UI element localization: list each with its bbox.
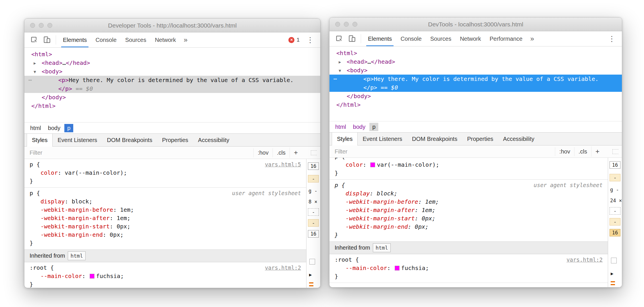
inherited-element-chip[interactable]: html [373, 243, 390, 252]
tab-network[interactable]: Network [456, 31, 485, 46]
tab-event-listeners[interactable]: Event Listeners [53, 134, 102, 146]
css-selector[interactable]: p { [335, 158, 345, 160]
expanded-arrow-icon[interactable]: ▼ [339, 66, 341, 75]
tab-performance[interactable]: Performance [485, 31, 527, 46]
breadcrumb-item-p[interactable]: p [64, 124, 73, 132]
dom-tree-row[interactable]: </html> [24, 102, 320, 110]
stylesheet-source-link[interactable]: vars.html:5 [265, 160, 301, 169]
tab-styles[interactable]: Styles [332, 133, 358, 145]
rule-toggle-checkbox[interactable] [309, 259, 315, 265]
dom-tree-row[interactable]: ▼<body> [24, 67, 320, 76]
css-property[interactable]: -webkit-margin-end: 0px; [30, 231, 301, 239]
tab-elements[interactable]: Elements [59, 32, 91, 47]
color-swatch[interactable] [90, 274, 95, 279]
dom-tree-row[interactable]: </body> [329, 92, 622, 100]
css-property[interactable]: -webkit-margin-before: 1em; [335, 198, 603, 206]
device-toolbar-icon[interactable] [346, 31, 358, 46]
breadcrumb-item-p[interactable]: p [369, 123, 378, 131]
dom-tree-row[interactable]: ▼<body> [329, 66, 622, 75]
titlebar[interactable]: Developer Tools - http://localhost:3000/… [24, 19, 320, 32]
tab-network[interactable]: Network [151, 32, 180, 47]
dom-tree-row[interactable]: ⋯<p>Hey there. My color is determined by… [329, 75, 622, 92]
zoom-button[interactable] [352, 22, 357, 27]
class-toggle[interactable]: .cls [273, 148, 290, 157]
styles-filter-input[interactable]: Filter [335, 148, 347, 155]
tab-sources[interactable]: Sources [426, 31, 456, 46]
css-property[interactable]: --main-color: fuchsia; [30, 272, 301, 280]
close-button[interactable] [30, 23, 35, 28]
inspect-element-icon[interactable] [333, 31, 346, 46]
tab-properties[interactable]: Properties [157, 134, 193, 146]
css-selector[interactable]: :root { [335, 256, 359, 263]
css-property[interactable]: color: var(--main-color); [335, 161, 603, 169]
tab-dom-breakpoints[interactable]: DOM Breakpoints [407, 133, 462, 145]
tab-event-listeners[interactable]: Event Listeners [358, 133, 407, 145]
tab-console[interactable]: Console [396, 31, 426, 46]
dom-tree-row[interactable]: </html> [329, 100, 622, 109]
more-tabs-button[interactable]: » [180, 32, 191, 47]
dom-tree-row[interactable]: <html> [329, 49, 622, 57]
css-property[interactable]: -webkit-margin-end: 0px; [335, 223, 603, 231]
zoom-button[interactable] [47, 23, 52, 28]
minimize-button[interactable] [39, 23, 44, 28]
new-style-rule-button[interactable]: + [591, 146, 603, 157]
tab-dom-breakpoints[interactable]: DOM Breakpoints [102, 134, 157, 146]
device-toolbar-icon[interactable] [41, 32, 53, 47]
dom-tree-row[interactable]: ▶<head>…</head> [24, 59, 320, 67]
tab-console[interactable]: Console [91, 32, 121, 47]
tab-sources[interactable]: Sources [121, 32, 151, 47]
kebab-menu-icon[interactable]: ⋮ [606, 35, 618, 42]
inherited-element-chip[interactable]: html [68, 251, 85, 260]
dom-tree-row[interactable]: ⋯<p>Hey there. My color is determined by… [24, 76, 320, 93]
collapsed-arrow-icon[interactable]: ▶ [339, 58, 341, 66]
css-property[interactable]: -webkit-margin-start: 0px; [335, 214, 603, 223]
error-badge-icon[interactable]: ✕ [288, 37, 294, 43]
expand-arrow-icon[interactable]: ▶ [611, 271, 614, 276]
titlebar[interactable]: DevTools - localhost:3000/vars.html [329, 18, 622, 31]
inspect-element-icon[interactable] [28, 32, 41, 47]
css-selector[interactable]: p { [335, 182, 345, 189]
expanded-arrow-icon[interactable]: ▼ [34, 67, 36, 76]
css-property[interactable]: color: var(--main-color); [30, 169, 301, 177]
stylesheet-source-link[interactable]: vars.html:2 [566, 256, 603, 264]
collapsed-arrow-icon[interactable]: ▶ [34, 59, 36, 67]
css-selector[interactable]: :root { [30, 264, 54, 271]
css-property[interactable]: --main-color: fuchsia; [335, 264, 603, 272]
color-swatch[interactable] [395, 266, 400, 271]
tab-properties[interactable]: Properties [462, 133, 498, 145]
dom-tree-row[interactable]: ▶<head>…</head> [329, 57, 622, 66]
close-button[interactable] [335, 22, 340, 27]
breadcrumb-item-body[interactable]: body [45, 124, 63, 132]
css-property[interactable]: -webkit-margin-before: 1em; [30, 206, 301, 214]
css-selector[interactable]: p { [30, 190, 40, 197]
expand-arrow-icon[interactable]: ▶ [309, 272, 312, 277]
tab-elements[interactable]: Elements [364, 31, 396, 46]
stylesheet-source-link[interactable]: vars.html:2 [265, 264, 301, 272]
new-style-rule-button[interactable]: + [290, 147, 302, 158]
css-property[interactable]: -webkit-margin-start: 0px; [30, 222, 301, 231]
overflow-ellipsis-icon[interactable]: ⋯ [28, 76, 32, 84]
kebab-menu-icon[interactable]: ⋮ [304, 36, 316, 44]
breadcrumb-item-html[interactable]: html [27, 124, 44, 132]
tab-styles[interactable]: Styles [27, 134, 53, 147]
dom-tree-row[interactable]: </body> [24, 93, 320, 102]
overflow-ellipsis-icon[interactable]: ⋯ [333, 75, 337, 83]
class-toggle[interactable]: .cls [574, 147, 591, 156]
breadcrumb-item-html[interactable]: html [332, 123, 349, 131]
pseudo-state-toggle[interactable]: :hov [253, 148, 273, 157]
tab-accessibility[interactable]: Accessibility [193, 134, 234, 146]
color-swatch[interactable] [370, 162, 375, 167]
more-tabs-button[interactable]: » [527, 31, 537, 46]
css-selector[interactable]: p { [30, 161, 40, 168]
css-property[interactable]: -webkit-margin-after: 1em; [30, 214, 301, 222]
css-property[interactable]: -webkit-margin-after: 1em; [335, 206, 603, 214]
rule-toggle-checkbox[interactable] [611, 258, 617, 263]
tab-accessibility[interactable]: Accessibility [498, 133, 539, 145]
breadcrumb-item-body[interactable]: body [350, 123, 368, 131]
styles-filter-input[interactable]: Filter [30, 149, 42, 156]
css-property[interactable]: display: block; [30, 197, 301, 206]
dom-tree-row[interactable]: <html> [24, 50, 320, 59]
pseudo-state-toggle[interactable]: :hov [555, 147, 574, 156]
minimize-button[interactable] [344, 22, 349, 27]
css-property[interactable]: display: block; [335, 189, 603, 198]
